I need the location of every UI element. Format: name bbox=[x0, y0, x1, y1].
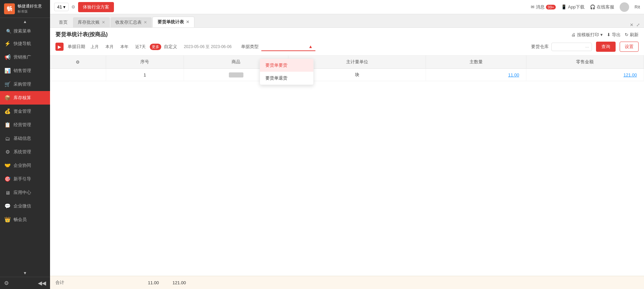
cell-qty[interactable]: 11.00 bbox=[426, 69, 526, 81]
sidebar-logo: 畅 畅捷通好生意 标准版 bbox=[0, 0, 50, 18]
sidebar-item-basics[interactable]: 🗂 基础信息 bbox=[0, 132, 50, 145]
date-label: 单据日期 bbox=[68, 44, 85, 50]
industry-button[interactable]: 体验行业方案 bbox=[78, 2, 114, 12]
sidebar-item-label: 库存核算 bbox=[14, 95, 31, 101]
scroll-down[interactable]: ▼ bbox=[0, 269, 50, 277]
sidebar-item-collab[interactable]: 🤝 企业协同 bbox=[0, 159, 50, 172]
type-select[interactable]: ▲ bbox=[261, 43, 315, 51]
export-button[interactable]: ⬇ 导出 bbox=[607, 32, 621, 38]
collab-icon: 🤝 bbox=[4, 162, 11, 169]
expand-window-icon[interactable]: ⤢ bbox=[636, 22, 640, 27]
inventory-icon: 📦 bbox=[4, 94, 11, 101]
settings-button[interactable]: 设置 bbox=[620, 42, 639, 52]
sidebar-item-label: 快捷导航 bbox=[14, 41, 31, 47]
avatar[interactable] bbox=[620, 2, 629, 12]
store-selector[interactable]: 41 ▾ bbox=[54, 3, 69, 11]
main-area: 41 ▾ ⚙ 体验行业方案 ✉ 消息 99+ 📱 App下载 🎧 在线客服 Ri… bbox=[50, 0, 644, 289]
query-button[interactable]: 查询 bbox=[596, 42, 616, 52]
ops-icon: 📋 bbox=[4, 121, 11, 128]
topbar: 41 ▾ ⚙ 体验行业方案 ✉ 消息 99+ 📱 App下载 🎧 在线客服 Ri… bbox=[50, 0, 644, 14]
shortcut-7days[interactable]: 近7天 bbox=[133, 43, 148, 51]
appstore-icon: 🖥 bbox=[4, 189, 11, 196]
dropdown-item-return[interactable]: 要货单退货 bbox=[260, 72, 313, 85]
app-download-item[interactable]: 📱 App下载 bbox=[561, 4, 585, 10]
logo-icon: 畅 bbox=[4, 3, 15, 14]
print-button[interactable]: 🖨 按模板打印 ▾ bbox=[571, 32, 603, 38]
logo-name: 畅捷通好生意 bbox=[18, 4, 42, 9]
service-icon: 🎧 bbox=[590, 4, 595, 9]
tab-close-order-summary[interactable]: ✕ bbox=[186, 20, 189, 24]
sidebar-item-label: 新手引导 bbox=[14, 176, 31, 182]
marketing-icon: 📢 bbox=[4, 54, 11, 61]
messages-item[interactable]: ✉ 消息 99+ bbox=[531, 4, 556, 10]
search-menu[interactable]: 🔍 搜索菜单 bbox=[0, 25, 50, 37]
dropdown-item-order[interactable]: 要货单要货 bbox=[260, 59, 313, 72]
tab-home-label: 首页 bbox=[59, 19, 68, 25]
sidebar: 畅 畅捷通好生意 标准版 ▲ 🔍 搜索菜单 ⚡ 快捷导航 📢 营销推广 📊 销售… bbox=[0, 0, 50, 289]
type-dropdown: 要货单要货 要货单退货 bbox=[260, 59, 314, 85]
sidebar-item-finance[interactable]: 💰 资金管理 bbox=[0, 105, 50, 118]
tab-close-receivable-summary[interactable]: ✕ bbox=[144, 20, 147, 25]
summary-label: 合计 bbox=[55, 280, 64, 286]
data-table: ⚙ 序号 商品 主计量单位 主数量 零售金额 1 bbox=[50, 55, 644, 81]
sidebar-item-member[interactable]: 👑 畅会员 bbox=[0, 213, 50, 226]
expand-filter-button[interactable]: ▶ bbox=[55, 43, 64, 51]
refresh-button[interactable]: ↻ 刷新 bbox=[625, 32, 639, 38]
tab-home[interactable]: 首页 bbox=[54, 17, 72, 27]
sidebar-item-ops[interactable]: 📋 经营管理 bbox=[0, 118, 50, 132]
cell-settings bbox=[50, 69, 106, 81]
settings-icon[interactable]: ⚙ bbox=[4, 280, 9, 286]
sidebar-item-purchase[interactable]: 🛒 采购管理 bbox=[0, 77, 50, 91]
sidebar-item-quick-nav[interactable]: ⚡ 快捷导航 bbox=[0, 37, 50, 50]
sidebar-item-system[interactable]: ⚙ 系统管理 bbox=[0, 145, 50, 159]
sidebar-item-sales[interactable]: 📊 销售管理 bbox=[0, 64, 50, 77]
sidebar-item-marketing[interactable]: 📢 营销推广 bbox=[0, 50, 50, 64]
sidebar-item-label: 企业微信 bbox=[14, 203, 31, 209]
tab-receivable-summary-label: 收发存汇总表 bbox=[115, 19, 142, 25]
col-qty: 主数量 bbox=[426, 55, 526, 69]
store-name: 41 bbox=[57, 4, 62, 9]
tab-inventory-batch[interactable]: 库存批次账 ✕ bbox=[73, 17, 110, 27]
quick-nav-icon: ⚡ bbox=[4, 40, 11, 47]
system-icon: ⚙ bbox=[4, 149, 11, 155]
shortcut-last-month[interactable]: 上月 bbox=[88, 43, 101, 51]
export-label: 导出 bbox=[612, 32, 621, 38]
settings-gear-icon[interactable]: ⚙ bbox=[71, 4, 75, 9]
messages-label: 消息 bbox=[536, 4, 545, 10]
close-window-icon[interactable]: ✕ bbox=[630, 22, 634, 27]
export-icon: ⬇ bbox=[607, 32, 611, 37]
col-settings[interactable]: ⚙ bbox=[50, 55, 106, 69]
purchase-icon: 🛒 bbox=[4, 81, 11, 88]
sales-icon: 📊 bbox=[4, 67, 11, 74]
online-service-item[interactable]: 🎧 在线客服 bbox=[590, 4, 614, 10]
date-shortcuts: 上月 本月 本年 近7天 更多 bbox=[88, 43, 161, 51]
warehouse-more-icon: ··· bbox=[585, 44, 589, 49]
date-custom[interactable]: 自定义 bbox=[164, 44, 177, 50]
tab-close-inventory-batch[interactable]: ✕ bbox=[102, 20, 105, 25]
collapse-icon[interactable]: ◀◀ bbox=[38, 280, 46, 286]
warehouse-select[interactable]: ··· bbox=[551, 43, 592, 51]
cell-amount[interactable]: 121.00 bbox=[526, 69, 644, 81]
date-more-button[interactable]: 更多 bbox=[150, 44, 161, 50]
tabbar: 首页 库存批次账 ✕ 收发存汇总表 ✕ 要货单统计表 ✕ ✕ ⤢ bbox=[50, 14, 644, 28]
sidebar-item-guide[interactable]: 🎯 新手引导 bbox=[0, 172, 50, 186]
scroll-up[interactable]: ▲ bbox=[0, 18, 50, 25]
tab-receivable-summary[interactable]: 收发存汇总表 ✕ bbox=[111, 17, 152, 27]
type-label: 单据类型 bbox=[241, 44, 259, 50]
chevron-up-icon: ▲ bbox=[308, 44, 313, 49]
shortcut-this-year[interactable]: 本年 bbox=[118, 43, 131, 51]
sidebar-item-wechat[interactable]: 💬 企业微信 bbox=[0, 199, 50, 213]
wechat-icon: 💬 bbox=[4, 203, 11, 209]
shortcut-this-month[interactable]: 本月 bbox=[103, 43, 116, 51]
sidebar-item-appstore[interactable]: 🖥 应用中心 bbox=[0, 186, 50, 199]
col-num: 序号 bbox=[106, 55, 184, 69]
sidebar-item-label: 销售管理 bbox=[14, 68, 31, 74]
avatar-name: Rit bbox=[635, 4, 640, 9]
tab-order-summary[interactable]: 要货单统计表 ✕ bbox=[152, 17, 194, 27]
print-label: 按模板打印 bbox=[577, 32, 599, 38]
type-filter-group: 单据类型 ▲ bbox=[241, 43, 315, 51]
sidebar-item-label: 应用中心 bbox=[14, 190, 31, 196]
sidebar-item-inventory[interactable]: 📦 库存核算 bbox=[0, 91, 50, 105]
online-service-label: 在线客服 bbox=[597, 4, 614, 10]
sidebar-item-label: 经营管理 bbox=[14, 122, 31, 128]
